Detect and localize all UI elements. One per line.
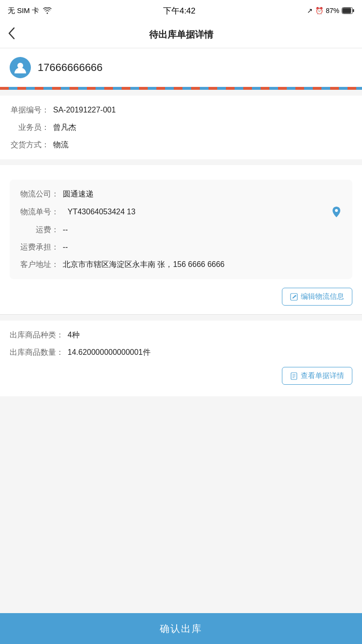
location-status-icon: ↗ [307,7,313,14]
page-title: 待出库单据详情 [149,28,213,41]
freight-bear-label: 运费承担： [19,241,63,253]
svg-rect-2 [353,9,354,12]
basic-info-section: 单据编号： SA-20191227-001 业务员： 曾凡杰 交货方式： 物流 [0,96,362,159]
battery-icon [342,7,354,14]
svg-point-4 [335,209,338,212]
salesperson-label: 业务员： [10,122,53,133]
salesperson-row: 业务员： 曾凡杰 [10,122,352,133]
goods-types-row: 出库商品种类： 4种 [10,329,352,341]
doc-number-label: 单据编号： [10,104,53,116]
edit-logistics-area: 编辑物流信息 [10,288,352,306]
confirm-bar[interactable]: 确认出库 [0,613,362,644]
confirm-button-text: 确认出库 [160,622,202,635]
section-separator [0,314,362,315]
edit-logistics-button[interactable]: 编辑物流信息 [282,288,352,306]
tracking-number: YT43064053424 13 [68,206,325,218]
logistics-card: 物流公司： 圆通速递 物流单号： YT43064053424 13 运费： --… [10,180,352,279]
battery-percent: 87% [326,7,339,14]
freight-bear-value: -- [63,241,343,253]
salesperson-value: 曾凡杰 [53,122,352,133]
goods-types-label: 出库商品种类： [10,329,68,341]
status-carrier: 无 SIM 卡 [8,6,52,15]
goods-quantity-value: 14.620000000000001件 [68,347,352,358]
edit-icon [290,293,298,301]
main-content: 17666666666 单据编号： SA-20191227-001 业务员： 曾… [0,48,362,435]
avatar [10,57,31,78]
logistics-section: 物流公司： 圆通速递 物流单号： YT43064053424 13 运费： --… [0,165,362,314]
delivery-method-value: 物流 [53,139,352,151]
alarm-icon: ⏰ [315,7,323,14]
delivery-method-row: 交货方式： 物流 [10,139,352,151]
goods-types-value: 4种 [68,329,352,341]
freight-label: 运费： [19,224,63,236]
status-battery-area: ↗ ⏰ 87% [307,7,354,14]
freight-bear-row: 运费承担： -- [19,241,343,253]
status-time: 下午4:42 [163,5,195,16]
goods-quantity-row: 出库商品数量： 14.620000000000001件 [10,347,352,358]
document-icon [290,372,298,380]
customer-card: 17666666666 [0,48,362,87]
customer-phone: 17666666666 [38,61,103,74]
goods-quantity-label: 出库商品数量： [10,347,68,358]
view-detail-area: 查看单据详情 [10,367,352,385]
logistics-company-row: 物流公司： 圆通速递 [19,188,343,200]
address-value: 北京市市辖区海淀区永丰南 张，156 6666 6666 [63,259,343,270]
tracking-label: 物流单号： [19,206,63,218]
freight-row: 运费： -- [19,224,343,236]
tracking-row: 物流单号： YT43064053424 13 [19,206,343,218]
address-label: 客户地址： [19,259,63,270]
goods-section: 出库商品种类： 4种 出库商品数量： 14.620000000000001件 查… [0,321,362,396]
logistics-company-value: 圆通速递 [63,188,343,200]
nav-bar: 待出库单据详情 [0,21,362,48]
back-button[interactable] [4,23,19,46]
doc-number-value: SA-20191227-001 [53,104,352,116]
address-row: 客户地址： 北京市市辖区海淀区永丰南 张，156 6666 6666 [19,259,343,270]
status-bar: 无 SIM 卡 下午4:42 ↗ ⏰ 87% [0,0,362,21]
doc-number-row: 单据编号： SA-20191227-001 [10,104,352,116]
dashed-separator [0,87,362,90]
view-detail-button[interactable]: 查看单据详情 [282,367,352,385]
delivery-method-label: 交货方式： [10,139,53,151]
freight-value: -- [63,224,343,236]
svg-rect-1 [342,8,351,14]
logistics-company-label: 物流公司： [19,188,63,200]
location-icon[interactable] [330,206,343,218]
